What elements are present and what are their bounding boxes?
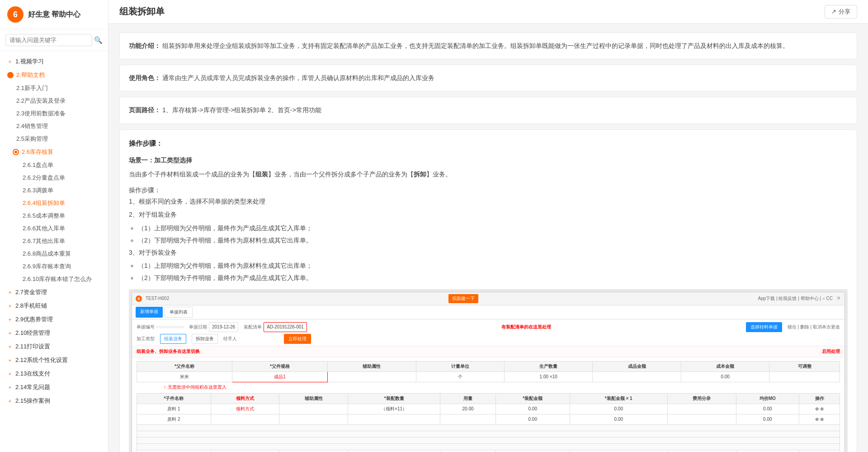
docs-bullet [7,72,14,78]
sidebar-item-ledgercheck[interactable]: 2.6.9库存账本查询 [0,260,108,273]
steps-list: 1、根据不同的业务，选择不同单据的类型来处理 2、对于组装业务 （1）上部明细为… [129,196,848,284]
mock-tab-new[interactable]: 新增单据 [136,307,163,318]
sidebar-item-mobile[interactable]: ＋ 2.8手机旺铺 [0,299,108,313]
sidebar-item-sales[interactable]: 2.4销售管理 [0,120,108,133]
disassembly-sub-steps: （1）上部明细为父件明细，最终作为原材料生成其它出库单； （2）下部明细为子件明… [129,260,848,284]
sidebar-item-videos[interactable]: ＋ 1.视频学习 [0,55,108,68]
role-label: 使用角色： [129,74,160,81]
sidebar-item-otheroutbound[interactable]: 2.6.7其他出库单 [0,235,108,247]
share-icon: ↗ [831,8,836,15]
mock-navtabs: 新增单据 单据列表 [132,305,844,319]
assembly-sub-1: （1）上部明细为父件明细，最终作为产成品生成其它入库单； [138,223,848,234]
disassembly-sub-1: （1）上部明细为父件明细，最终作为原材料生成其它出库单； [138,260,848,271]
sidebar-item-faq[interactable]: ＋ 2.14常见问题 [0,381,108,394]
mock-close-icon[interactable]: ✕ [836,294,841,304]
sidebar-item-capital[interactable]: ＋ 2.7资金管理 [0,285,108,299]
sidebar-item-goodscost[interactable]: 2.6.8商品成本重算 [0,247,108,260]
content-area: 功能介绍： 组装拆卸单用来处理企业组装或拆卸等加工业务，支持有固定装配清单的产品… [108,24,868,452]
search-input[interactable] [5,34,92,46]
mock-new-bill-btn: 拟新建一下 [448,294,478,303]
assembly-sub-2: （2）下部明细为子件明细，最终作为原材料生成其它出库单。 [138,235,848,246]
sidebar-item-adjust[interactable]: 2.6.3调拨单 [0,184,108,197]
ops-title: 操作步骤： [129,137,848,149]
logo-icon: 6 [7,6,24,23]
sidebar-item-print[interactable]: ＋ 2.11打印设置 [0,340,108,353]
step-1: 1、根据不同的业务，选择不同单据的类型来处理 [129,196,848,207]
mock-app-window: 6 TEST-H002 拟新建一下 App下载 | 给我反馈 | 帮助中心 | … [132,292,845,452]
function-intro-text: 组装拆卸单用来处理企业组装或拆卸等加工业务，支持有固定装配清单的产品加工业务，也… [162,42,789,49]
function-intro-card: 功能介绍： 组装拆卸单用来处理企业组装或拆卸等加工业务，支持有固定装配清单的产品… [119,33,857,59]
operations-card: 操作步骤： 场景一：加工类型选择 当由多个子件材料组装成一个成品的业务为【组装】… [119,129,857,452]
function-intro-label: 功能介绍： [129,42,160,49]
mock-app-icons: App下载 | 给我反馈 | 帮助中心 | ○ CC [758,295,833,303]
main-area: 组装拆卸单 ↗ 分享 功能介绍： 组装拆卸单用来处理企业组装或拆卸等加工业务，支… [108,0,868,452]
sidebar: 6 好生意 帮助中心 🔍 ＋ 1.视频学习 2.帮助文档 2.1新手入门 2.2… [0,0,108,452]
sidebar-item-purchase[interactable]: 2.5采购管理 [0,133,108,145]
sidebar-item-inventory[interactable]: 2.6库存核算 [0,145,108,159]
mock-company-code: TEST-H002 [146,295,169,303]
share-button[interactable]: ↗ 分享 [825,5,857,19]
sidebar-item-otherinbound[interactable]: 2.6.6其他入库单 [0,222,108,235]
ops-steps-label: 操作步骤： [129,185,848,196]
mock-annotation-bar: 组装业务、拆卸业务在这里切换 启用处理 [132,346,844,357]
inventory-bullet [13,149,19,155]
mock-app-logo: 6 [136,295,142,302]
sidebar-item-onlinepay[interactable]: ＋ 2.13在线支付 [0,367,108,381]
path-card: 页面路径： 1、库存核算->库存管理->组装拆卸单 2、首页->常用功能 [119,97,857,124]
sidebar-item-partcount[interactable]: 2.6.2分量盘点单 [0,171,108,184]
page-title: 组装拆卸单 [119,5,165,18]
sidebar-item-costadj[interactable]: 2.6.5成本调整单 [0,209,108,222]
mock-tab-list[interactable]: 单据列表 [165,307,193,318]
sidebar-item-install[interactable]: 2.2产品安装及登录 [0,95,108,107]
topbar: 组装拆卸单 ↗ 分享 [108,0,868,24]
sidebar-item-newbie[interactable]: 2.1新手入门 [0,82,108,95]
mock-form-header: 单据编号 单据日期 2019-12-26 装配清单 AD-20191226-00… [132,319,844,346]
mock-titlebar: 6 TEST-H002 拟新建一下 App下载 | 给我反馈 | 帮助中心 | … [132,292,844,305]
search-box: 🔍 [0,29,108,51]
search-icon[interactable]: 🔍 [94,36,103,44]
sidebar-item-coupon[interactable]: ＋ 2.9优惠券管理 [0,313,108,326]
path-text: 1、库存核算->库存管理->组装拆卸单 2、首页->常用功能 [162,106,321,114]
assembly-sub-steps: （1）上部明细为父件明细，最终作为产成品生成其它入库单； （2）下部明细为子件明… [129,223,848,246]
logo-area: 6 好生意 帮助中心 [0,0,108,29]
step-3: 3、对于拆装业务 [129,247,848,258]
sidebar-item-ledgererror[interactable]: 2.6.10库存账本错了怎么办 [0,273,108,285]
sidebar-item-stocktake[interactable]: 2.6.1盘点单 [0,159,108,171]
sidebar-item-cases[interactable]: ＋ 2.15操作案例 [0,394,108,408]
sidebar-item-assembly[interactable]: 2.6.4组装拆卸单 [0,197,108,209]
sidebar-item-customization[interactable]: ＋ 2.12系统个性化设置 [0,353,108,367]
sidebar-item-docs[interactable]: 2.帮助文档 [0,68,108,82]
step-2: 2、对于组装业务 [129,209,848,220]
nav-tree: ＋ 1.视频学习 2.帮助文档 2.1新手入门 2.2产品安装及登录 2.3使用… [0,51,108,452]
disassembly-sub-2: （2）下部明细为子件明细，最终作为产成品生成其它入库单。 [138,272,848,284]
role-text: 通常由生产人员或库管人员完成拆装业务的操作，库管人员确认原材料的出库和产成品的入… [162,74,434,81]
scenario-1-desc: 当由多个子件材料组装成一个成品的业务为【组装】业务，当由一个父件拆分成多个子产品… [129,169,848,180]
logo-text: 好生意 帮助中心 [28,10,80,19]
mock-table-area: *父件名称 *父件规格 辅助属性 计量单位 生产数量 成品金额 成本金额 可调整 [132,357,844,452]
sidebar-item-data[interactable]: 2.3使用前数据准备 [0,107,108,120]
path-label: 页面路径： [129,106,160,114]
role-card: 使用角色： 通常由生产人员或库管人员完成拆装业务的操作，库管人员确认原材料的出库… [119,65,857,91]
mock-arrow-annotation: ↑无需批涉中间组积在这里置入 [164,383,840,391]
sidebar-item-operations[interactable]: ＋ 2.10经营管理 [0,326,108,340]
mock-top-table: *父件名称 *父件规格 辅助属性 计量单位 生产数量 成品金额 成本金额 可调整 [137,361,840,382]
mock-bottom-table: *子件名称 领料方式 辅助属性 *装配数量 用量 *装配金额 *装配金额 × 1… [137,393,840,452]
screenshot-container: 6 TEST-H002 拟新建一下 App下载 | 给我反馈 | 帮助中心 | … [129,289,848,452]
scenario-1-title: 场景一：加工类型选择 [129,155,848,166]
